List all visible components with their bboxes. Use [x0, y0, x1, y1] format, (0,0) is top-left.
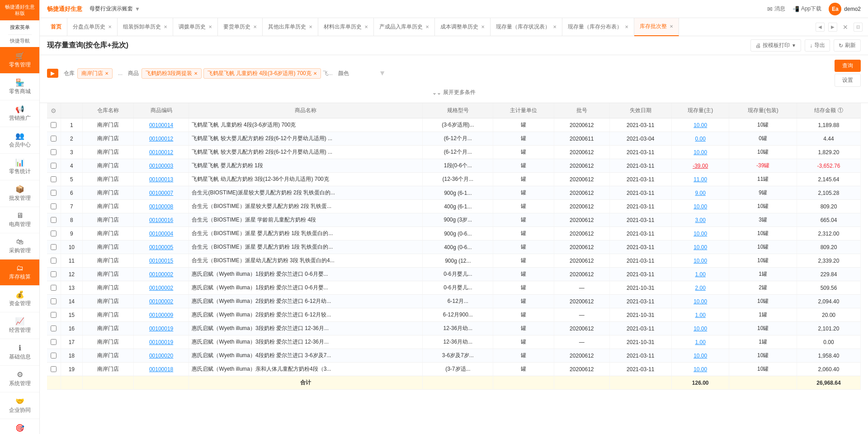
- tab-fenpan-close[interactable]: ✕: [108, 24, 112, 29]
- tab-xian-cun-kucun[interactable]: 现存量（库存状况表） ✕: [491, 18, 562, 36]
- row-code[interactable]: 00100007: [133, 186, 189, 200]
- sidebar-item-finance[interactable]: 💰 资金管理: [0, 286, 39, 312]
- row-stock-main[interactable]: 1.00: [671, 335, 729, 349]
- product-more[interactable]: 飞...: [323, 70, 333, 77]
- row-checkbox[interactable]: [51, 149, 57, 155]
- tab-chanpin-close[interactable]: ✕: [425, 24, 429, 29]
- tab-prev-arrow[interactable]: ◀: [816, 23, 825, 32]
- sidebar-item-retail[interactable]: 🛒 零售管理: [0, 47, 39, 74]
- template-print-button[interactable]: 🖨 按模板打印 ▼: [750, 39, 801, 52]
- warehouse-more[interactable]: ...: [118, 70, 123, 76]
- row-code[interactable]: 00100013: [133, 173, 189, 186]
- tab-zuchai-close[interactable]: ✕: [164, 24, 167, 29]
- row-checkbox[interactable]: [51, 298, 57, 304]
- row-code[interactable]: 00100020: [133, 349, 189, 363]
- row-stock-main[interactable]: 10.00: [671, 349, 729, 363]
- row-code[interactable]: 00100018: [133, 363, 189, 376]
- row-stock-main[interactable]: 10.00: [671, 295, 729, 308]
- row-stock-main[interactable]: 10.00: [671, 241, 729, 254]
- row-checkbox[interactable]: [51, 122, 57, 128]
- app-title[interactable]: 畅捷通好生意: [47, 5, 82, 13]
- sidebar-item-operations[interactable]: 📈 经营管理: [0, 312, 39, 339]
- row-code[interactable]: 00100002: [133, 281, 189, 295]
- row-stock-main[interactable]: 10.00: [671, 200, 729, 213]
- tab-yao-huo[interactable]: 要货单历史 ✕: [218, 18, 263, 36]
- sidebar-item-inventory[interactable]: 🗂 库存核算: [0, 259, 39, 286]
- tab-qi-ta[interactable]: 其他出库单历史 ✕: [263, 18, 318, 36]
- row-checkbox[interactable]: [51, 231, 57, 236]
- messages-action[interactable]: ✉ 消息: [767, 5, 785, 13]
- row-code[interactable]: 00100003: [133, 159, 189, 173]
- row-checkbox[interactable]: [51, 176, 57, 182]
- row-code[interactable]: 00100015: [133, 254, 189, 268]
- tab-diao-bo[interactable]: 调拨单历史 ✕: [173, 18, 218, 36]
- row-checkbox[interactable]: [51, 285, 57, 291]
- row-stock-main[interactable]: 10.00: [671, 227, 729, 241]
- row-checkbox[interactable]: [51, 366, 57, 372]
- tab-yaohuo-close[interactable]: ✕: [253, 24, 257, 29]
- sidebar-item-ecommerce[interactable]: 🖥 电商管理: [0, 207, 39, 233]
- tab-home[interactable]: 首页: [45, 18, 67, 36]
- row-code[interactable]: 00100014: [133, 118, 189, 132]
- row-checkbox[interactable]: [51, 244, 57, 250]
- tab-next-arrow[interactable]: ▶: [828, 23, 837, 32]
- row-stock-main[interactable]: 11.00: [671, 173, 729, 186]
- export-button[interactable]: ↓ 导出: [805, 39, 830, 52]
- tab-close-btn[interactable]: ✕: [841, 23, 850, 32]
- row-checkbox[interactable]: [51, 217, 57, 223]
- row-stock-main[interactable]: 9.00: [671, 186, 729, 200]
- row-stock-main[interactable]: 3.00: [671, 213, 729, 227]
- tab-cai-liao[interactable]: 材料出库单历史 ✕: [318, 18, 374, 36]
- expand-more-conditions[interactable]: ⌄⌄ 展开更多条件: [47, 87, 861, 98]
- row-stock-main[interactable]: 0.00: [671, 132, 729, 146]
- row-checkbox[interactable]: [51, 190, 57, 196]
- row-stock-main[interactable]: -39.00: [671, 159, 729, 173]
- row-checkbox[interactable]: [51, 353, 57, 359]
- row-stock-main[interactable]: 10.00: [671, 118, 729, 132]
- row-checkbox[interactable]: [51, 136, 57, 142]
- row-code[interactable]: 00100016: [133, 213, 189, 227]
- row-checkbox[interactable]: [51, 203, 57, 209]
- tab-xian-cun-fenpei[interactable]: 现存量（库存分布表） ✕: [562, 18, 634, 36]
- row-code[interactable]: 00100012: [133, 132, 189, 146]
- tab-qita-close[interactable]: ✕: [309, 24, 312, 29]
- sidebar-item-guide[interactable]: 🎯 新手引导: [0, 419, 39, 434]
- column-settings-icon[interactable]: ⚙: [51, 107, 57, 114]
- product-tag-2-close-icon[interactable]: ✕: [313, 71, 317, 76]
- row-code[interactable]: 00100002: [133, 295, 189, 308]
- tab-maximize-btn[interactable]: ⊡: [854, 23, 863, 32]
- row-stock-main[interactable]: 10.00: [671, 146, 729, 159]
- app-download-action[interactable]: 📲 App下载: [793, 5, 821, 13]
- tab-chengben-close[interactable]: ✕: [481, 24, 485, 29]
- product-tag-1-close-icon[interactable]: ✕: [194, 71, 198, 76]
- sidebar-item-member[interactable]: 👥 会员中心: [0, 127, 39, 154]
- sidebar-item-wholesale[interactable]: 📦 批发管理: [0, 180, 39, 207]
- sidebar-item-marketing[interactable]: 📢 营销推广: [0, 100, 39, 127]
- sidebar-item-basic[interactable]: ℹ 基础信息: [0, 339, 39, 366]
- row-code[interactable]: 00100005: [133, 241, 189, 254]
- tab-diaobo-close[interactable]: ✕: [208, 24, 212, 29]
- row-checkbox[interactable]: [51, 163, 57, 169]
- filter-expand-button[interactable]: ▶: [47, 69, 58, 78]
- sidebar-item-retail-shop[interactable]: 🏪 零售商城: [0, 74, 39, 100]
- row-code[interactable]: 00100002: [133, 268, 189, 281]
- tab-cheng-ben[interactable]: 成本调整单历史 ✕: [435, 18, 491, 36]
- row-checkbox[interactable]: [51, 326, 57, 331]
- sidebar-item-purchase[interactable]: 🛍 采购管理: [0, 233, 39, 259]
- tab-kucun-pici-close[interactable]: ✕: [670, 24, 673, 29]
- row-stock-main[interactable]: 10.00: [671, 322, 729, 335]
- tab-xiancun-fenpei-close[interactable]: ✕: [625, 24, 628, 29]
- row-code[interactable]: 00100004: [133, 227, 189, 241]
- row-stock-main[interactable]: 10.00: [671, 363, 729, 376]
- row-code[interactable]: 00100008: [133, 200, 189, 213]
- tab-cailiao-close[interactable]: ✕: [364, 24, 368, 29]
- row-code[interactable]: 00100009: [133, 308, 189, 322]
- sidebar-item-system[interactable]: ⚙ 系统管理: [0, 366, 39, 392]
- user-menu[interactable]: Ea demo2: [829, 3, 861, 15]
- row-code[interactable]: 00100019: [133, 335, 189, 349]
- row-stock-main[interactable]: 1.00: [671, 308, 729, 322]
- settings-button[interactable]: 设置: [835, 74, 861, 87]
- col-settings[interactable]: ⚙: [47, 103, 61, 118]
- warehouse-tag-close-icon[interactable]: ✕: [105, 71, 108, 76]
- sidebar-item-enterprise[interactable]: 🤝 企业协同: [0, 392, 39, 419]
